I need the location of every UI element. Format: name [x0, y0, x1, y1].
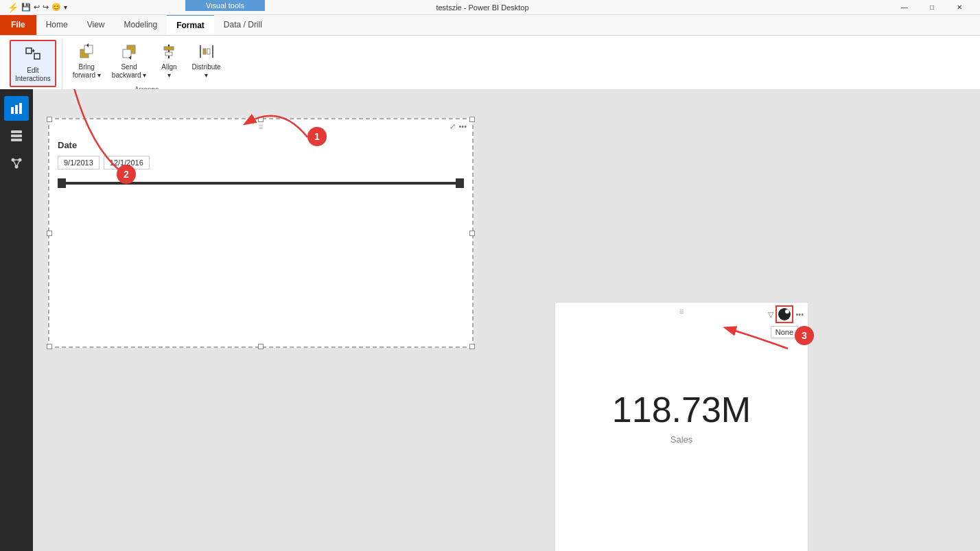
close-btn[interactable]: ✕: [946, 0, 973, 15]
date-slider-track[interactable]: [58, 182, 464, 185]
quick-access-save[interactable]: 💾: [21, 3, 31, 12]
sales-visual-header: ≡ ▽ •••: [555, 303, 808, 320]
align-button[interactable]: Align ▾: [152, 40, 185, 83]
visual-tools-label: Visual tools: [206, 1, 244, 10]
tab-datadrill[interactable]: Data / Drill: [214, 14, 272, 35]
drag-handle[interactable]: ≡: [258, 122, 263, 132]
slider-thumb-left[interactable]: [58, 178, 66, 188]
align-label: Align ▾: [161, 63, 176, 80]
quick-access-emoji[interactable]: 😊: [51, 3, 61, 12]
svg-rect-19: [11, 130, 22, 133]
svg-rect-18: [19, 103, 22, 114]
svg-rect-20: [11, 134, 22, 137]
sales-card-visual[interactable]: ≡ ▽ ••• None 118.73M Sales: [555, 302, 808, 551]
none-badge: None: [771, 326, 798, 338]
resize-ml[interactable]: [47, 231, 52, 236]
align-icon: [161, 43, 177, 62]
svg-rect-17: [15, 105, 18, 114]
date-slicer-visual[interactable]: ≡ ⤢ ••• Date 9/1/2013 12/1/2016: [48, 118, 474, 348]
tab-view[interactable]: View: [78, 14, 115, 35]
ribbon-tabs: File Home View Modeling Format Data / Dr…: [0, 15, 980, 36]
svg-rect-14: [203, 49, 206, 54]
svg-rect-21: [11, 139, 22, 141]
send-backward-label: Send backward ▾: [112, 63, 147, 80]
expand-icon[interactable]: ⤢: [450, 122, 456, 131]
svg-line-27: [16, 160, 20, 167]
annotation-1: 1: [307, 127, 327, 146]
tab-file[interactable]: File: [0, 14, 36, 35]
date-slider-container: [49, 172, 472, 193]
edit-interactions-icon: [23, 44, 43, 65]
svg-rect-1: [34, 54, 40, 59]
title-bar-icons: ⚡ 💾 ↩ ↪ 😊 ▾: [7, 2, 67, 13]
bring-forward-label: Bring forward ▾: [73, 63, 101, 80]
window-controls: — □ ✕: [891, 0, 973, 15]
slider-thumb-right[interactable]: [456, 178, 464, 188]
svg-rect-16: [11, 107, 14, 114]
svg-rect-11: [165, 52, 172, 56]
resize-mr[interactable]: [469, 231, 475, 236]
bring-forward-icon: [78, 43, 95, 62]
svg-rect-15: [207, 49, 210, 54]
sidebar-item-data[interactable]: [4, 124, 29, 148]
bring-forward-button[interactable]: Bring forward ▾: [68, 40, 106, 83]
annotation-3: 3: [795, 326, 814, 345]
sales-value: 118.73M: [555, 389, 808, 430]
resize-br[interactable]: [469, 344, 475, 349]
distribute-button[interactable]: Distribute ▾: [187, 40, 225, 83]
quick-access-redo[interactable]: ↪: [43, 3, 49, 12]
date-visual-title: Date: [49, 134, 472, 153]
annotation-2: 2: [117, 165, 136, 184]
resize-bm[interactable]: [258, 344, 264, 349]
edit-interactions-label: Edit Interactions: [15, 67, 51, 83]
edit-interactions-button[interactable]: Edit Interactions: [10, 40, 56, 87]
svg-rect-8: [123, 49, 131, 58]
sales-drag-handle[interactable]: ≡: [679, 307, 684, 316]
quick-access-undo[interactable]: ↩: [34, 3, 40, 12]
tab-format[interactable]: Format: [167, 14, 214, 35]
quick-access-dropdown[interactable]: ▾: [64, 3, 67, 11]
svg-rect-10: [164, 47, 174, 50]
distribute-label: Distribute ▾: [191, 63, 220, 80]
none-interaction-button[interactable]: [775, 305, 793, 323]
resize-bl[interactable]: [47, 344, 52, 349]
sidebar: [0, 89, 33, 551]
ribbon-group-interactions: Edit Interactions: [4, 38, 62, 95]
tab-home[interactable]: Home: [36, 14, 78, 35]
filter-interaction-icon[interactable]: ▽: [768, 310, 773, 319]
no-filter-icon: [778, 308, 791, 320]
svg-line-26: [13, 160, 16, 167]
visual-header-icons: ⤢ •••: [450, 122, 467, 131]
sales-label: Sales: [555, 434, 808, 445]
sidebar-item-model[interactable]: [4, 151, 29, 176]
canvas: ≡ ⤢ ••• Date 9/1/2013 12/1/2016 ≡ ▽: [33, 89, 980, 551]
ribbon-group-arrange: Bring forward ▾ Send backward ▾: [62, 38, 231, 95]
date-inputs: 9/1/2013 12/1/2016: [49, 153, 472, 172]
sidebar-item-report[interactable]: [4, 96, 29, 121]
send-backward-button[interactable]: Send backward ▾: [107, 40, 152, 83]
date-start-input[interactable]: 9/1/2013: [58, 156, 100, 169]
send-backward-icon: [121, 43, 137, 62]
more-options-icon[interactable]: •••: [458, 122, 467, 131]
svg-rect-0: [26, 48, 32, 54]
ribbon-group-items-interactions: Edit Interactions: [10, 40, 56, 93]
ribbon-group-items-arrange: Bring forward ▾ Send backward ▾: [68, 40, 226, 83]
tab-modeling[interactable]: Modeling: [114, 14, 167, 35]
date-visual-header: ≡ ⤢ •••: [49, 119, 472, 134]
app-icon: ⚡: [7, 2, 19, 13]
visual-tools-tab: Visual tools: [185, 0, 265, 11]
maximize-btn[interactable]: □: [918, 0, 946, 15]
sales-more-options-icon[interactable]: •••: [795, 310, 804, 318]
title-bar: ⚡ 💾 ↩ ↪ 😊 ▾ Visual tools testszie - Powe…: [0, 0, 980, 15]
minimize-btn[interactable]: —: [891, 0, 918, 15]
distribute-icon: [198, 43, 215, 62]
sales-interaction-icons: ▽ •••: [768, 305, 804, 323]
